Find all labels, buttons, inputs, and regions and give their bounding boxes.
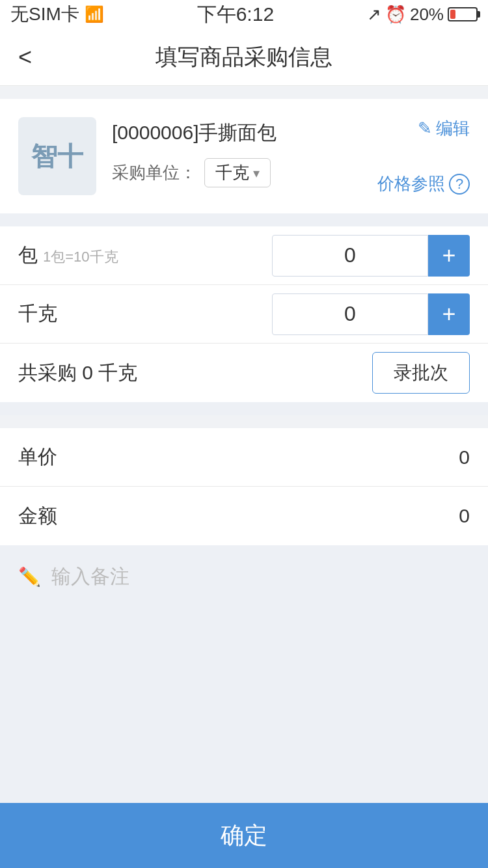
bag-input-right: 0 + [118,235,470,277]
product-image: 智十 [18,117,96,195]
product-name: [0000006]手撕面包 [112,120,470,146]
alarm-icon: ⏰ [385,5,406,25]
location-icon: ↗ [367,5,381,25]
help-icon: ? [449,174,470,195]
bag-label: 包1包=10千克 [18,242,118,269]
pencil-icon: ✏️ [18,566,41,588]
summary-text: 共采购 0 千克 [18,360,137,387]
remark-section[interactable]: ✏️ 输入备注 [0,545,488,608]
price-ref-button[interactable]: 价格参照 ? [377,172,470,195]
unit-price-row: 单价 0 [0,428,488,487]
product-card: 智十 [0000006]手撕面包 采购单位： 千克 ▾ ✎ 编辑 价格参照 ? [0,99,488,213]
confirm-button[interactable]: 确定 [0,803,488,868]
battery-fill [450,10,455,19]
chevron-down-icon: ▾ [253,165,260,181]
carrier-text: 无SIM卡 [10,2,79,27]
edit-label: 编辑 [436,117,470,140]
input-section: 包1包=10千克 0 + 千克 0 + [0,226,488,344]
edit-button[interactable]: ✎ 编辑 [418,117,470,140]
status-right: ↗ ⏰ 20% [367,5,478,25]
unit-price-value: 0 [459,446,470,468]
bag-input-row: 包1包=10千克 0 + [0,226,488,285]
bag-plus-button[interactable]: + [428,235,470,277]
wifi-icon: 📶 [85,5,104,23]
unit-selector[interactable]: 千克 ▾ [204,158,271,187]
remark-placeholder: 输入备注 [51,563,129,590]
price-ref-label: 价格参照 [377,172,445,195]
bag-number-input[interactable]: 0 [272,235,428,277]
status-bar: 无SIM卡 📶 下午6:12 ↗ ⏰ 20% [0,0,488,29]
kg-input-right: 0 + [96,293,470,335]
product-logo-text: 智十 [31,139,83,174]
batch-button[interactable]: 录批次 [372,352,470,394]
unit-value: 千克 [215,161,249,184]
amount-value: 0 [459,505,470,527]
amount-label: 金额 [18,503,57,530]
section-divider-1 [0,213,488,226]
nav-bar: < 填写商品采购信息 [0,29,488,86]
summary-row: 共采购 0 千克 录批次 [0,344,488,402]
bag-sub-label: 1包=10千克 [43,249,118,265]
battery-percent: 20% [410,5,444,25]
unit-price-label: 单价 [18,444,57,470]
section-divider-2 [0,402,488,415]
price-section: 单价 0 金额 0 [0,428,488,545]
unit-label: 采购单位： [112,161,197,184]
battery-indicator [448,7,478,21]
kg-input-row: 千克 0 + [0,285,488,344]
back-button[interactable]: < [18,44,32,71]
kg-label: 千克 [18,301,96,327]
page-title: 填写商品采购信息 [156,42,332,72]
edit-icon: ✎ [418,118,432,139]
empty-space [0,608,488,817]
status-left: 无SIM卡 📶 [10,2,104,27]
status-time: 下午6:12 [197,1,274,28]
kg-number-input[interactable]: 0 [272,293,428,335]
amount-row: 金额 0 [0,487,488,545]
kg-plus-button[interactable]: + [428,293,470,335]
